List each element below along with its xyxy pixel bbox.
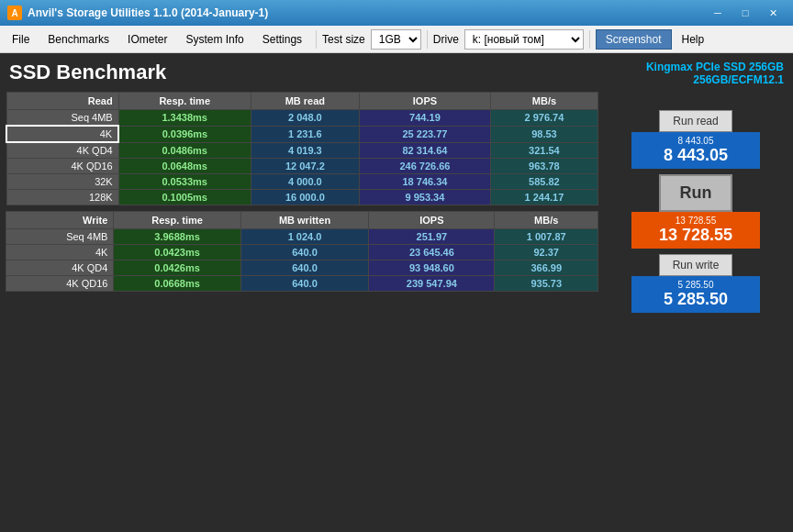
bench-tables: Read Resp. time MB read IOPS MB/s Seq 4M… [6,92,598,526]
write-score-display: 5 285.50 5 285.50 [631,276,760,313]
mb-val: 16 000.0 [251,190,359,205]
menu-file[interactable]: File [4,28,38,50]
screenshot-button[interactable]: Screenshot [596,29,672,50]
mb-val: 640.0 [240,260,369,276]
resp-time: 1.3438ms [118,110,251,127]
mbs-val: 321.54 [490,142,598,159]
iops-val: 18 746.34 [360,174,491,190]
write-col-3: IOPS [369,212,495,229]
menu-settings[interactable]: Settings [254,28,310,50]
iops-val: 9 953.34 [360,190,491,205]
mbs-val: 963.78 [490,159,598,174]
resp-time: 0.1005ms [118,190,251,205]
read-col-3: IOPS [360,93,491,110]
menu-help[interactable]: Help [674,28,713,50]
mb-val: 4 019.3 [251,142,359,159]
mbs-val: 1 244.17 [490,190,598,205]
menu-benchmarks[interactable]: Benchmarks [39,28,117,50]
read-col-0: Read [6,93,118,110]
table-row: 4K 0.0423ms 640.0 23 645.46 92.37 [6,245,598,260]
iops-val: 25 223.77 [360,126,491,142]
right-panel: Run read 8 443.05 8 443.05 Run 13 728.55… [604,92,787,526]
write-col-1: Resp. time [114,212,240,229]
iops-val: 744.19 [360,110,491,127]
run-score-block: Run 13 728.55 13 728.55 [604,174,787,249]
run-write-button[interactable]: Run write [659,254,733,276]
mb-val: 640.0 [240,245,369,260]
write-col-4: MB/s [495,212,598,229]
table-row: 32K 0.0533ms 4 000.0 18 746.34 585.82 [6,174,598,190]
drive-select[interactable]: k: [новый том] [464,29,584,50]
close-button[interactable]: ✕ [760,4,786,22]
run-score-display: 13 728.55 13 728.55 [631,212,760,249]
test-size-label: Test size [322,33,365,46]
row-label: 4K QD16 [6,276,114,292]
mbs-val: 98.53 [490,126,598,142]
mb-val: 2 048.0 [251,110,359,127]
table-row: Seq 4MB 1.3438ms 2 048.0 744.19 2 976.74 [6,110,598,127]
write-score-big: 5 285.50 [639,290,753,309]
read-score-block: Run read 8 443.05 8 443.05 [604,110,787,169]
row-label: Seq 4MB [6,229,114,245]
resp-time: 0.0668ms [114,276,240,292]
resp-time: 0.0533ms [118,174,251,190]
row-label: Seq 4MB [6,110,118,127]
table-row: Seq 4MB 3.9688ms 1 024.0 251.97 1 007.87 [6,229,598,245]
row-label: 4K [6,245,114,260]
mbs-val: 2 976.74 [490,110,598,127]
read-score-big: 8 443.05 [639,146,753,165]
run-button[interactable]: Run [659,174,732,212]
mb-val: 640.0 [240,276,369,292]
mbs-val: 92.37 [495,245,598,260]
menu-iometer[interactable]: IOmeter [119,28,175,50]
row-label: 4K QD4 [6,142,118,159]
mbs-val: 1 007.87 [495,229,598,245]
read-score-display: 8 443.05 8 443.05 [631,132,760,169]
write-col-0: Write [6,212,114,229]
read-table: Read Resp. time MB read IOPS MB/s Seq 4M… [6,92,598,205]
iops-val: 246 726.66 [360,159,491,174]
iops-val: 93 948.60 [369,260,495,276]
row-label: 128K [6,190,118,205]
table-row: 4K 0.0396ms 1 231.6 25 223.77 98.53 [6,126,598,142]
iops-val: 82 314.64 [360,142,491,159]
table-row: 4K QD4 0.0426ms 640.0 93 948.60 366.99 [6,260,598,276]
bench-title: SSD Benchmark [9,61,166,84]
row-label: 4K QD16 [6,159,118,174]
minimize-button[interactable]: ─ [705,4,731,22]
row-label: 4K [6,126,118,142]
run-read-button[interactable]: Run read [659,110,732,132]
iops-val: 251.97 [369,229,495,245]
row-label: 4K QD4 [6,260,114,276]
drive-info-line2: 256GB/ECFM12.1 [646,73,784,86]
table-row: 4K QD16 0.0648ms 12 047.2 246 726.66 963… [6,159,598,174]
mb-val: 1 024.0 [240,229,369,245]
separator-3 [589,30,590,49]
drive-label: Drive [433,33,459,46]
drive-info: Kingmax PCIe SSD 256GB 256GB/ECFM12.1 [646,61,784,86]
run-score-big: 13 728.55 [639,226,753,245]
write-table: Write Resp. time MB written IOPS MB/s Se… [6,211,598,292]
run-score-small: 13 728.55 [639,216,753,226]
table-row: 4K QD4 0.0486ms 4 019.3 82 314.64 321.54 [6,142,598,159]
menu-bar: File Benchmarks IOmeter System Info Sett… [0,26,793,53]
test-size-select[interactable]: 1GB [371,29,421,50]
table-row: 4K QD16 0.0668ms 640.0 239 547.94 935.73 [6,276,598,292]
app-icon: A [7,6,22,20]
menu-sysinfo[interactable]: System Info [177,28,251,50]
maximize-button[interactable]: □ [732,4,758,22]
resp-time: 0.0486ms [118,142,251,159]
separator-1 [316,30,317,49]
resp-time: 3.9688ms [114,229,240,245]
mbs-val: 585.82 [490,174,598,190]
bench-area: Read Resp. time MB read IOPS MB/s Seq 4M… [6,92,787,526]
resp-time: 0.0426ms [114,260,240,276]
row-label: 32K [6,174,118,190]
bench-header: SSD Benchmark Kingmax PCIe SSD 256GB 256… [6,59,787,88]
read-col-4: MB/s [490,93,598,110]
write-col-2: MB written [240,212,369,229]
title-bar: A Anvil's Storage Utilities 1.1.0 (2014-… [0,0,793,26]
window-title: Anvil's Storage Utilities 1.1.0 (2014-Ja… [28,6,268,19]
write-score-block: Run write 5 285.50 5 285.50 [604,254,787,313]
write-score-small: 5 285.50 [639,280,753,290]
